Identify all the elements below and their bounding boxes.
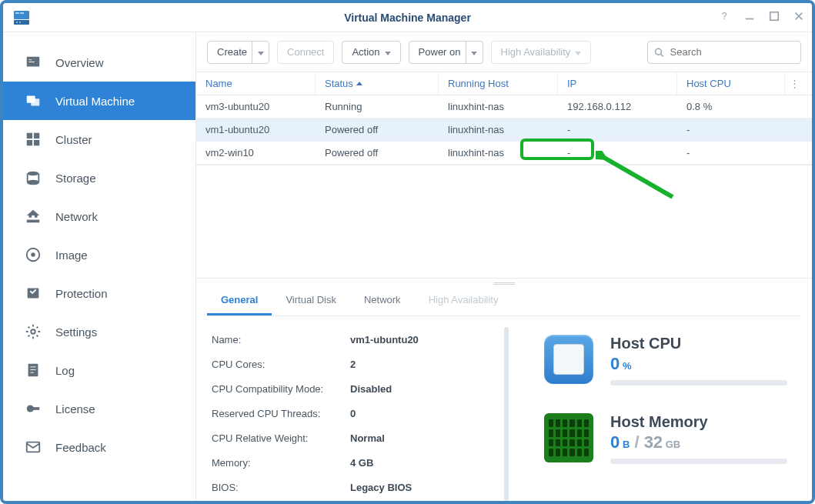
svg-rect-28 xyxy=(30,372,34,373)
sidebar-item-image[interactable]: Image xyxy=(3,235,195,274)
prop-key: Memory: xyxy=(212,457,350,469)
action-button[interactable]: Action xyxy=(342,41,400,64)
vm-table: Name Status Running Host IP Host CPU ⋮ v… xyxy=(196,72,812,165)
col-ip[interactable]: IP xyxy=(558,72,677,95)
overview-icon xyxy=(25,54,42,71)
table-header: Name Status Running Host IP Host CPU ⋮ xyxy=(196,72,812,95)
network-icon xyxy=(25,208,42,225)
prop-key: Reserved CPU Threads: xyxy=(212,408,350,419)
prop-key: CPU Relative Weight: xyxy=(212,432,350,444)
scrollbar[interactable] xyxy=(504,327,509,501)
sidebar-item-overview[interactable]: Overview xyxy=(3,43,195,82)
cell-name: vm1-ubuntu20 xyxy=(196,118,316,141)
tab-network[interactable]: Network xyxy=(350,288,415,315)
chevron-down-icon xyxy=(258,46,264,58)
tab-general[interactable]: General xyxy=(207,288,272,315)
svg-rect-14 xyxy=(27,133,32,139)
svg-rect-7 xyxy=(746,18,754,20)
cell-status: Powered off xyxy=(316,142,439,164)
svg-rect-13 xyxy=(31,98,39,105)
stat-host-memory: Host Memory 0 B / 32 GB xyxy=(544,413,801,464)
resize-handle-icon[interactable] xyxy=(207,279,801,288)
col-name[interactable]: Name xyxy=(196,72,316,95)
col-cpu[interactable]: Host CPU xyxy=(677,72,785,95)
help-icon[interactable]: ? xyxy=(718,9,732,23)
cell-name: vm3-ubuntu20 xyxy=(196,95,316,118)
toolbar: Create Connect Action Power on High Avai… xyxy=(196,32,812,72)
sidebar-item-cluster[interactable]: Cluster xyxy=(3,120,195,159)
high-availability-button[interactable]: High Availability xyxy=(491,41,592,64)
create-button[interactable]: Create xyxy=(207,41,269,64)
sidebar-item-label: Network xyxy=(55,210,98,223)
cluster-icon xyxy=(25,131,42,148)
prop-value: Normal xyxy=(350,432,385,444)
sidebar-item-log[interactable]: Log xyxy=(3,351,195,389)
sidebar-item-virtual-machine[interactable]: Virtual Machine xyxy=(3,82,195,120)
sidebar-item-label: Overview xyxy=(55,56,104,69)
stat-value: 0 B / 32 GB xyxy=(610,432,801,452)
svg-point-18 xyxy=(28,172,39,176)
stat-title: Host Memory xyxy=(610,413,801,431)
cell-cpu: - xyxy=(677,118,785,141)
cell-host: linuxhint-nas xyxy=(439,118,558,141)
cell-ip: - xyxy=(558,142,677,164)
table-row[interactable]: vm2-win10 Powered off linuxhint-nas - - xyxy=(196,142,812,165)
sidebar-item-license[interactable]: License xyxy=(3,389,195,428)
svg-rect-27 xyxy=(30,369,35,370)
prop-key: Name: xyxy=(212,334,350,345)
sidebar-item-feedback[interactable]: Feedback xyxy=(3,428,195,466)
stat-value: 0 % xyxy=(610,354,801,374)
high-availability-button-label: High Availability xyxy=(501,46,571,58)
sidebar-item-label: Storage xyxy=(55,172,96,185)
connect-button-label: Connect xyxy=(287,46,324,58)
vm-icon xyxy=(25,92,42,109)
tab-virtual-disk[interactable]: Virtual Disk xyxy=(272,288,350,315)
prop-value: 4 GB xyxy=(350,457,373,469)
svg-rect-1 xyxy=(15,12,19,14)
sidebar-item-settings[interactable]: Settings xyxy=(3,312,195,351)
col-menu-icon[interactable]: ⋮ xyxy=(785,72,803,95)
sidebar-item-storage[interactable]: Storage xyxy=(3,159,195,197)
prop-key: CPU Compatibility Mode: xyxy=(212,383,350,395)
sidebar-item-label: Virtual Machine xyxy=(55,95,135,108)
create-button-label: Create xyxy=(217,46,247,58)
cell-host: linuxhint-nas xyxy=(439,95,558,118)
close-icon[interactable] xyxy=(792,9,806,23)
cell-cpu: 0.8 % xyxy=(677,95,785,118)
app-window: Virtual Machine Manager ? Overview Virtu… xyxy=(0,0,815,504)
sidebar-item-label: License xyxy=(55,402,95,416)
sidebar-item-network[interactable]: Network xyxy=(3,197,195,235)
svg-rect-16 xyxy=(27,140,32,145)
sidebar-item-protection[interactable]: Protection xyxy=(3,274,195,312)
action-button-label: Action xyxy=(352,46,379,58)
sidebar-item-label: Settings xyxy=(55,325,97,339)
stat-title: Host CPU xyxy=(610,335,801,352)
power-on-button[interactable]: Power on xyxy=(409,41,483,64)
stats-panel: Host CPU 0 % xyxy=(521,327,801,501)
table-row[interactable]: vm1-ubuntu20 Powered off linuxhint-nas -… xyxy=(196,118,812,142)
prop-value: Disabled xyxy=(350,383,392,395)
svg-rect-8 xyxy=(770,12,779,21)
minimize-icon[interactable] xyxy=(743,9,757,23)
cell-host: linuxhint-nas xyxy=(439,142,558,164)
cell-status: Running xyxy=(316,95,439,118)
prop-value: 0 xyxy=(350,408,356,419)
col-host[interactable]: Running Host xyxy=(439,72,558,95)
maximize-icon[interactable] xyxy=(767,9,781,23)
prop-value: 2 xyxy=(350,359,356,370)
connect-button[interactable]: Connect xyxy=(277,41,334,64)
svg-rect-17 xyxy=(34,140,39,145)
svg-rect-30 xyxy=(32,407,39,410)
tab-high-availability: High Availability xyxy=(415,288,513,315)
svg-rect-20 xyxy=(27,220,40,223)
svg-line-33 xyxy=(661,54,663,56)
search-input[interactable] xyxy=(669,45,794,58)
svg-point-32 xyxy=(656,48,662,55)
col-status[interactable]: Status xyxy=(316,72,439,95)
chevron-down-icon xyxy=(575,46,581,58)
table-row[interactable]: vm3-ubuntu20 Running linuxhint-nas 192.1… xyxy=(196,95,812,118)
svg-rect-26 xyxy=(30,366,35,367)
search-box[interactable] xyxy=(647,41,801,64)
cell-ip: - xyxy=(558,118,677,141)
license-icon xyxy=(25,400,42,417)
